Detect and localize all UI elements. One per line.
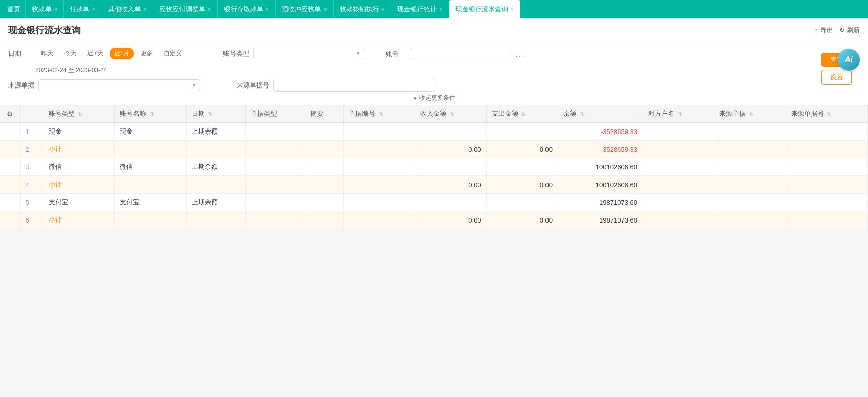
close-icon[interactable]: ×	[208, 6, 211, 12]
nav-tab-bank-deposit[interactable]: 银行存取款单 ×	[218, 0, 276, 18]
row-doc-no	[343, 158, 415, 176]
table-row: 5 支付宝 支付宝 上期余额 19871073.60	[0, 194, 868, 211]
table-row: 4 小计 0.00 0.00 100102606.60	[0, 176, 868, 194]
ai-button[interactable]: Ai	[838, 49, 860, 71]
source-doc-no-input[interactable]	[273, 79, 435, 92]
row-source-doc-no	[786, 211, 867, 229]
row-summary	[305, 176, 344, 194]
row-account-type: 小计	[43, 141, 115, 158]
header-bar: 现金银行流水查询 ↑ 导出 ↻ 刷新	[0, 18, 868, 42]
row-balance: 19871073.60	[558, 194, 643, 211]
row-date: 上期余额	[186, 194, 246, 211]
top-nav: 首页 收款单 × 付款单 × 其他收入单 × 应收应付调整单 × 银行存取款单 …	[0, 0, 868, 18]
account-input[interactable]	[410, 48, 511, 60]
row-account-name: 现金	[115, 123, 186, 141]
date-btn-1month[interactable]: 近1月	[110, 48, 134, 59]
row-doc-type	[246, 158, 305, 176]
collapse-bar[interactable]: ∧ 收起更多条件	[8, 92, 860, 102]
settings-button[interactable]: 设置	[821, 70, 852, 85]
table-header-row: ⚙ 账号类型 ⇅ 账号名称 ⇅ 日期 ⇅ 单据类型	[0, 105, 868, 123]
col-counterpart[interactable]: 对方户名 ⇅	[643, 105, 714, 123]
row-doc-no	[343, 211, 415, 229]
date-btn-7days[interactable]: 近7天	[83, 48, 108, 59]
col-date[interactable]: 日期 ⇅	[186, 105, 246, 123]
date-btn-yesterday[interactable]: 昨天	[36, 48, 58, 59]
source-doc-select[interactable]: ▾	[38, 79, 200, 91]
table-row: 6 小计 0.00 0.00 19871073.60	[0, 211, 868, 229]
row-counterpart	[643, 194, 714, 211]
table-row: 3 微信 微信 上期余额 100102606.60	[0, 158, 868, 176]
close-icon[interactable]: ×	[439, 6, 442, 12]
row-account-name	[115, 176, 186, 194]
nav-tab-other-income[interactable]: 其他收入单 ×	[102, 0, 153, 18]
nav-tab-ar-ap-adjust[interactable]: 应收应付调整单 ×	[153, 0, 217, 18]
row-summary	[305, 123, 344, 141]
row-income	[415, 123, 486, 141]
nav-tab-cash-stats[interactable]: 现金银行统计 ×	[391, 0, 449, 18]
row-expense: 0.00	[486, 141, 558, 158]
row-account-type: 支付宝	[43, 194, 115, 211]
row-settings-cell	[0, 141, 20, 158]
date-btn-more[interactable]: 更多	[136, 48, 157, 59]
nav-tab-payment[interactable]: 付款单 ×	[64, 0, 102, 18]
refresh-icon: ↻	[839, 26, 845, 34]
nav-tab-cash-flow[interactable]: 现金银行流水查询 ×	[449, 0, 520, 18]
row-counterpart	[643, 123, 714, 141]
nav-tab-home[interactable]: 首页	[2, 0, 26, 18]
row-source-doc-no	[786, 123, 867, 141]
col-income[interactable]: 收入金额 ⇅	[415, 105, 486, 123]
row-income: 0.00	[415, 141, 486, 158]
nav-tab-prepay-offset[interactable]: 预收冲应收单 ×	[276, 0, 333, 18]
close-icon[interactable]: ×	[144, 6, 147, 12]
row-balance: 19871073.60	[558, 211, 643, 229]
account-type-select[interactable]: ▾	[253, 48, 364, 59]
date-btn-today[interactable]: 今天	[60, 48, 81, 59]
row-balance: 100102606.60	[558, 158, 643, 176]
table-container: ⚙ 账号类型 ⇅ 账号名称 ⇅ 日期 ⇅ 单据类型	[0, 105, 868, 229]
row-settings-cell	[0, 158, 20, 176]
date-label: 日期	[8, 49, 28, 58]
account-more-button[interactable]: ...	[515, 50, 525, 59]
col-source-doc-no[interactable]: 来源单据号 ⇅	[786, 105, 867, 123]
filter-wrap: 日期 昨天 今天 近7天 近1月 更多 自定义 2023-02-24 至 202…	[8, 48, 860, 102]
nav-tab-receipt[interactable]: 收款单 ×	[26, 0, 64, 18]
row-counterpart	[643, 141, 714, 158]
row-source-doc-no	[786, 158, 867, 176]
close-icon[interactable]: ×	[511, 6, 514, 12]
row-settings-cell	[0, 123, 20, 141]
source-doc-label: 来源单据	[8, 81, 34, 90]
close-icon[interactable]: ×	[266, 6, 269, 12]
close-icon[interactable]: ×	[324, 6, 327, 12]
row-expense	[486, 194, 558, 211]
row-source-doc	[714, 123, 786, 141]
refresh-button[interactable]: ↻ 刷新	[839, 26, 860, 35]
row-income	[415, 158, 486, 176]
row-account-name: 微信	[115, 158, 186, 176]
close-icon[interactable]: ×	[54, 6, 57, 12]
col-account-name[interactable]: 账号名称 ⇅	[115, 105, 186, 123]
row-seq: 3	[20, 158, 43, 176]
gear-icon[interactable]: ⚙	[7, 110, 13, 118]
row-counterpart	[643, 211, 714, 229]
date-filter-row: 日期 昨天 今天 近7天 近1月 更多 自定义	[8, 48, 187, 59]
sort-icon: ⇅	[678, 111, 682, 117]
col-account-type[interactable]: 账号类型 ⇅	[43, 105, 115, 123]
close-icon[interactable]: ×	[382, 6, 385, 12]
close-icon[interactable]: ×	[92, 6, 95, 12]
date-btn-custom[interactable]: 自定义	[159, 48, 187, 59]
col-doc-no[interactable]: 单据编号 ⇅	[343, 105, 415, 123]
row-doc-type	[246, 141, 305, 158]
row-doc-type	[246, 176, 305, 194]
export-button[interactable]: ↑ 导出	[815, 26, 834, 35]
row-summary	[305, 158, 344, 176]
row-expense	[486, 158, 558, 176]
col-expense[interactable]: 支出金额 ⇅	[486, 105, 558, 123]
row-date: 上期余额	[186, 158, 246, 176]
nav-tab-collection-exec[interactable]: 收款核销执行 ×	[334, 0, 391, 18]
row-doc-type	[246, 194, 305, 211]
col-settings[interactable]: ⚙	[0, 105, 20, 123]
row-settings-cell	[0, 194, 20, 211]
col-source-doc[interactable]: 来源单据 ⇅	[714, 105, 786, 123]
col-balance[interactable]: 余额 ⇅	[558, 105, 643, 123]
row-account-type: 现金	[43, 123, 115, 141]
